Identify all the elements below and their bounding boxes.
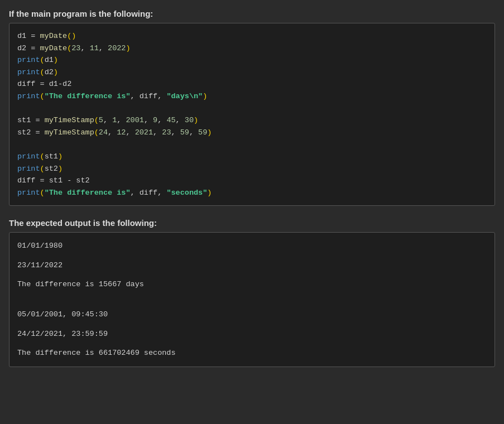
code-line-9: print(st1): [17, 151, 487, 163]
code-line-8: st2 = myTimeStamp(24, 12, 2021, 23, 59, …: [17, 127, 487, 139]
output-block: 01/01/1980 23/11/2022 The difference is …: [9, 232, 495, 367]
output-line-5: 24/12/2021, 23:59:59: [17, 327, 487, 341]
code-section-label: If the main program is the following:: [9, 9, 495, 18]
output-line-2: 23/11/2022: [17, 259, 487, 272]
code-line-2: d2 = myDate(23, 11, 2022): [17, 42, 487, 55]
code-line-1: d1 = myDate(): [17, 30, 487, 42]
code-line-7: st1 = myTimeStamp(5, 1, 2001, 9, 45, 30): [17, 114, 487, 127]
code-line-12: print("The difference is", diff, "second…: [17, 187, 487, 199]
output-line-3: The difference is 15667 days: [17, 278, 487, 291]
output-section-label: The expected output is the following:: [9, 218, 495, 228]
code-line-4: print(d2): [17, 66, 487, 79]
code-line-10: print(st2): [17, 163, 487, 175]
output-line-6: The difference is 661702469 seconds: [17, 346, 487, 360]
code-block: d1 = myDate() d2 = myDate(23, 11, 2022) …: [9, 23, 495, 206]
code-line-6: print("The difference is", diff, "days\n…: [17, 90, 487, 103]
code-line-3: print(d1): [17, 54, 487, 66]
output-line-1: 01/01/1980: [17, 239, 487, 253]
output-line-4: 05/01/2001, 09:45:30: [17, 308, 487, 321]
code-line-5: diff = d1-d2: [17, 78, 487, 90]
code-line-11: diff = st1 - st2: [17, 175, 487, 187]
